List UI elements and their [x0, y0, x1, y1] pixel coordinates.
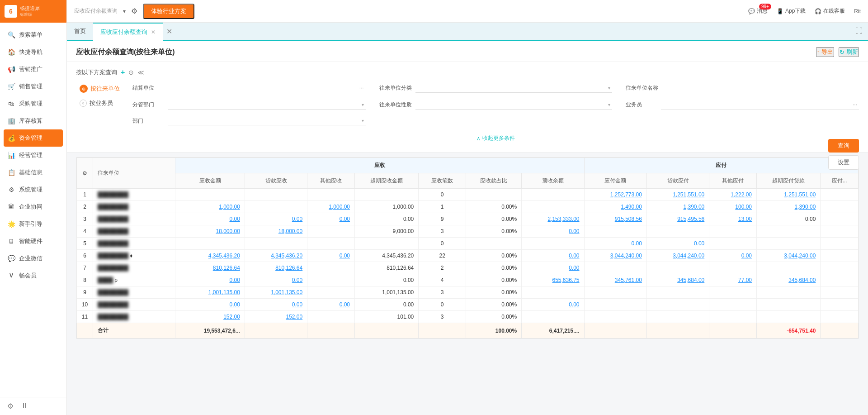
row-ar-ratio	[466, 189, 522, 201]
dept-manager-select[interactable]: ▾	[168, 100, 366, 110]
row-ap-extra	[821, 238, 859, 250]
footer-ar-count	[419, 323, 466, 339]
filter-salesperson: 业务员 ···	[626, 100, 859, 110]
refresh-button[interactable]: ↻ 刷新	[839, 47, 859, 57]
row-advance: 0.00	[522, 250, 584, 262]
row-ar-loan	[245, 201, 307, 213]
row-ap-other: 77.00	[709, 274, 757, 286]
row-ar-amount: 1,001,135.00	[175, 286, 245, 299]
window-close-icon[interactable]: ✕	[163, 27, 176, 36]
row-ar-other	[307, 311, 355, 323]
tabbar: 首页 应收应付余额查询 ✕ ✕ ⛶	[67, 23, 868, 41]
partner-name-input[interactable]	[662, 83, 859, 93]
tab-home[interactable]: 首页	[67, 22, 93, 40]
topbar-online-service[interactable]: 🎧 在线客服	[815, 7, 845, 15]
table-section: ⚙ 往来单位 应收 应付 应收金额 贷款应收 其他应收 超期应收金额 应收笔数 …	[67, 157, 868, 348]
bottom-collapse-icon[interactable]: ⏸	[21, 402, 28, 410]
filter-collapse-button[interactable]: ∧ 收起更多条件	[132, 131, 859, 146]
message-icon: 💬	[748, 8, 755, 14]
table-row: 2 ████████ 1,000.00 1,000.00 1,000.00 1 …	[77, 201, 859, 213]
col-ar-overdue: 超期应收金额	[355, 173, 419, 189]
row-ar-overdue: 101.00	[355, 311, 419, 323]
sidebar-item-operations[interactable]: 📊 经营管理	[0, 147, 66, 164]
settlement-unit-input[interactable]: ···	[168, 83, 366, 93]
table-settings-icon[interactable]: ⚙	[82, 170, 87, 176]
partner-category-select[interactable]: ▾	[415, 84, 613, 93]
sidebar-item-inventory[interactable]: 🏢 库存核算	[0, 112, 66, 129]
bottom-settings-icon[interactable]: ⚙	[7, 402, 14, 410]
tab-ar-ap[interactable]: 应收应付余额查询 ✕	[93, 23, 163, 41]
row-ar-loan: 0.00	[245, 213, 307, 225]
sidebar-item-basic[interactable]: 📋 基础信息	[0, 164, 66, 181]
row-partner: ████████	[93, 311, 175, 323]
sidebar-item-purchase[interactable]: 🛍 采购管理	[0, 95, 66, 112]
table-footer-row: 合计 19,553,472,6... 100.00% 6,417,215....	[77, 323, 859, 339]
tab-close-icon[interactable]: ✕	[151, 29, 156, 35]
sidebar-item-guide[interactable]: 🌟 新手引导	[0, 215, 66, 233]
row-ar-overdue: 1,001,135.00	[355, 286, 419, 299]
partner-name-label: 往来单位名称	[626, 84, 658, 92]
partner-type-label: 往来单位性质	[379, 101, 412, 109]
row-ap-loan: 345,684.00	[646, 274, 709, 286]
partner-type-select[interactable]: ▾	[415, 100, 613, 110]
department-select[interactable]: ▾	[168, 116, 366, 125]
filter-nav-by-staff[interactable]: ○ 按业务员	[76, 97, 123, 109]
filter-title: 按以下方案查询	[76, 68, 117, 76]
salesperson-dots[interactable]: ···	[853, 101, 857, 108]
topbar-message[interactable]: 💬 消息 99+	[748, 7, 768, 15]
message-badge: 99+	[759, 4, 771, 10]
row-ap-amount: 345,761.00	[584, 274, 646, 286]
promo-button[interactable]: 体验行业方案	[143, 4, 194, 19]
row-ap-amount: 915,508.56	[584, 213, 646, 225]
row-ap-amount	[584, 311, 646, 323]
topbar-dropdown[interactable]: ▾	[123, 8, 126, 14]
topbar-user[interactable]: Rit	[854, 8, 861, 14]
salesperson-input[interactable]: ···	[661, 100, 859, 110]
footer-ap-extra	[821, 323, 859, 339]
row-partner: ████████	[93, 238, 175, 250]
filter-nav-by-unit[interactable]: ⊕ 按往来单位	[76, 83, 123, 95]
sidebar-item-system[interactable]: ⚙ 系统管理	[0, 181, 66, 198]
row-num: 2	[77, 201, 93, 213]
footer-settings	[77, 323, 93, 339]
row-ar-other	[307, 286, 355, 299]
export-button[interactable]: ↑ 导出	[816, 47, 835, 57]
sidebar-item-enterprise[interactable]: 🏛 企业协同	[0, 198, 66, 215]
filter-config-icon[interactable]: ⊙	[128, 69, 134, 76]
filter-collapse-icon[interactable]: ≪	[137, 69, 144, 76]
content-area: 应收应付余额查询(按往来单位) ↑ 导出 ↻ 刷新 按以下方案查询 + ⊙	[67, 41, 868, 415]
row-ap-extra	[821, 274, 859, 286]
filter-dept-manager: 分管部门 ▾	[132, 100, 366, 110]
page-header: 应收应付余额查询(按往来单位) ↑ 导出 ↻ 刷新	[67, 41, 868, 62]
table-row: 9 ████████ 1,001,135.00 1,001,135.00 1,0…	[77, 286, 859, 299]
dropdown-arrow-icon: ▾	[123, 8, 126, 14]
row-ap-amount	[584, 286, 646, 299]
filter-add-icon[interactable]: +	[121, 68, 125, 76]
col-settings[interactable]: ⚙	[77, 158, 93, 189]
sidebar-item-quick[interactable]: 🏠 快捷导航	[0, 43, 66, 61]
row-ar-overdue: 0.00	[355, 274, 419, 286]
topbar-app-download[interactable]: 📱 App下载	[777, 7, 806, 15]
row-ap-other: 13.00	[709, 213, 757, 225]
sidebar-item-hardware[interactable]: 🖥 智能硬件	[0, 233, 66, 250]
row-ar-ratio: 0.00%	[466, 201, 522, 213]
sidebar-item-member[interactable]: V 畅会员	[0, 267, 66, 284]
sidebar-item-marketing[interactable]: 📢 营销推广	[0, 61, 66, 78]
fullscreen-icon[interactable]: ⛶	[850, 27, 868, 35]
row-ap-loan	[646, 311, 709, 323]
sidebar-item-search[interactable]: 🔍 搜索菜单	[0, 26, 66, 43]
query-button[interactable]: 查询	[828, 139, 859, 153]
sidebar-item-wechat[interactable]: 💬 企业微信	[0, 250, 66, 267]
sidebar-item-sales[interactable]: 🛒 销售管理	[0, 78, 66, 95]
inventory-icon: 🏢	[7, 117, 15, 124]
purchase-icon: 🛍	[7, 100, 15, 107]
footer-ap-amount	[584, 323, 646, 339]
settlement-unit-dots[interactable]: ···	[359, 85, 364, 91]
row-ar-count: 3	[419, 225, 466, 238]
topbar-settings-icon[interactable]: ⚙	[131, 7, 137, 15]
set-button[interactable]: 设置	[828, 155, 859, 170]
sidebar-item-finance[interactable]: 💰 资金管理	[4, 129, 63, 147]
row-ar-loan: 4,345,436.20	[245, 250, 307, 262]
col-ar-loan: 贷款应收	[245, 173, 307, 189]
row-ar-overdue	[355, 189, 419, 201]
